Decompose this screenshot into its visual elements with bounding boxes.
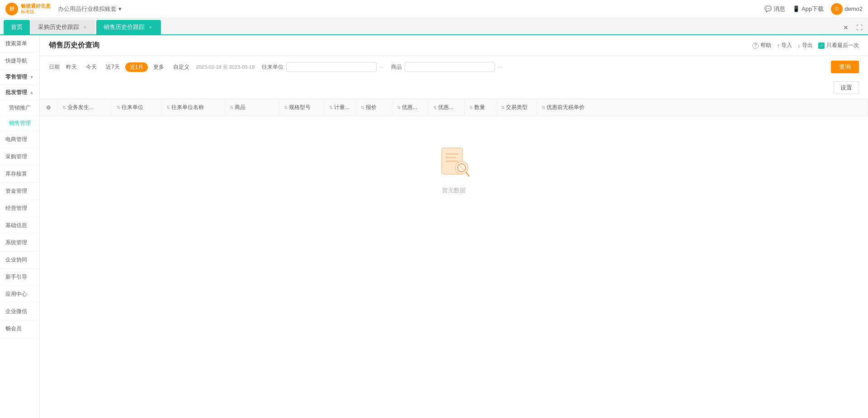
- th-discount1[interactable]: ⇅ 优惠...: [392, 100, 429, 115]
- date-options: 昨天 今天 近7天 近1月 更多 自定义: [62, 62, 193, 72]
- partner-filter-group: 往来单位 ···: [262, 62, 384, 72]
- only-last-checkbox[interactable]: ✓ 只看最后一次: [818, 42, 859, 49]
- tab-sales-history[interactable]: 销售历史价跟踪 ×: [96, 20, 161, 34]
- sidebar-item-wechat[interactable]: 企业微信: [0, 303, 39, 320]
- logo-area: 好 畅捷通好生意 标准版: [5, 3, 51, 15]
- export-btn[interactable]: ↓ 导出: [797, 42, 813, 49]
- date-option-more[interactable]: 更多: [150, 62, 168, 72]
- top-bar-right: 💬 消息 📱 App下载 D demo2: [764, 3, 863, 15]
- content-area: 销售历史价查询 ? 帮助 ↑ 导入 ↓ 导出 ✓ 只看最后一次: [40, 35, 868, 418]
- date-filter-group: 日期 昨天 今天 近7天 近1月 更多 自定义 2023-02-18 至 202…: [49, 62, 255, 72]
- th-unit[interactable]: ⇅ 计量...: [325, 100, 356, 115]
- date-option-yesterday[interactable]: 昨天: [62, 62, 80, 72]
- sidebar-item-wholesale-mgmt[interactable]: 批发管理 ▲: [0, 85, 39, 100]
- import-btn[interactable]: ↑ 导入: [777, 42, 792, 49]
- sidebar-item-basic-info[interactable]: 基础信息: [0, 217, 39, 234]
- sidebar-item-guide[interactable]: 新手引导: [0, 269, 39, 286]
- svg-line-6: [466, 172, 469, 176]
- page-title: 销售历史价查询: [49, 41, 99, 50]
- th-unit-name[interactable]: ⇅ 往来单位名称: [162, 100, 225, 115]
- date-range-text: 2023-02-18 至 2023-03-18: [196, 64, 255, 71]
- sidebar: 搜索菜单 快捷导航 零售管理 ▼ 批发管理 ▲ 营销推广 销售管理 电商管理 采…: [0, 35, 40, 418]
- empty-state: 暂无数据: [40, 116, 868, 222]
- sidebar-item-app-center[interactable]: 应用中心: [0, 286, 39, 303]
- sidebar-item-retail-mgmt[interactable]: 零售管理 ▼: [0, 70, 39, 85]
- sidebar-item-ecommerce[interactable]: 电商管理: [0, 131, 39, 148]
- tab-purchase-history[interactable]: 采购历史价跟踪 ×: [31, 20, 95, 34]
- sort-icon-trade: ⇅: [501, 105, 505, 110]
- top-bar-left: 好 畅捷通好生意 标准版 办公用品行业模拟账套 ▾: [5, 3, 125, 15]
- sort-icon-price: ⇅: [361, 105, 364, 110]
- sidebar-item-vip[interactable]: 畅会员: [0, 320, 39, 337]
- product-label: 商品: [391, 63, 402, 71]
- th-gear[interactable]: ⚙: [40, 101, 58, 114]
- date-option-today[interactable]: 今天: [82, 62, 100, 72]
- product-input[interactable]: [405, 62, 495, 72]
- tab-bar: 首页 采购历史价跟踪 × 销售历史价跟踪 × ✕ ⛶: [0, 18, 868, 35]
- sort-icon-qty: ⇅: [469, 105, 473, 110]
- th-spec[interactable]: ⇅ 规格型号: [279, 100, 325, 115]
- sort-icon-unit-name: ⇅: [166, 105, 170, 110]
- sidebar-item-operations[interactable]: 经营管理: [0, 200, 39, 217]
- th-notax-price[interactable]: ⇅ 优惠前无税单价: [537, 100, 868, 115]
- user-profile[interactable]: D demo2: [831, 3, 863, 15]
- sidebar-item-search-menu[interactable]: 搜索菜单: [0, 35, 39, 52]
- date-option-custom[interactable]: 自定义: [170, 62, 193, 72]
- dropdown-icon: ▾: [118, 5, 122, 12]
- product-dots[interactable]: ···: [498, 64, 502, 70]
- th-qty[interactable]: ⇅ 数量: [465, 100, 496, 115]
- svg-rect-2: [445, 157, 456, 158]
- message-btn[interactable]: 💬 消息: [764, 5, 785, 13]
- sort-icon-date: ⇅: [62, 105, 66, 110]
- filter-actions: 查询: [831, 61, 859, 73]
- sidebar-item-finance[interactable]: 资金管理: [0, 183, 39, 200]
- maximize-btn[interactable]: ⛶: [854, 23, 864, 33]
- table-container: ⚙ ⇅ 业务发生... ⇅ 往来单位 ⇅ 往来单位名称 ⇅ 商品: [40, 99, 868, 418]
- help-icon: ?: [752, 43, 759, 49]
- checkbox-checked-icon: ✓: [818, 43, 825, 49]
- th-price[interactable]: ⇅ 报价: [356, 100, 392, 115]
- app-selector[interactable]: 办公用品行业模拟账套 ▾: [54, 3, 125, 15]
- tab-bar-actions: ✕ ⛶: [841, 23, 864, 34]
- svg-rect-3: [445, 161, 458, 162]
- th-date[interactable]: ⇅ 业务发生...: [58, 100, 112, 115]
- filter-bar: 日期 昨天 今天 近7天 近1月 更多 自定义 2023-02-18 至 202…: [40, 56, 868, 99]
- import-icon: ↑: [777, 43, 779, 49]
- partner-input[interactable]: [286, 62, 377, 72]
- message-icon: 💬: [764, 5, 772, 12]
- date-label: 日期: [49, 63, 60, 71]
- date-option-last7[interactable]: 近7天: [102, 62, 123, 72]
- logo-text: 畅捷通好生意 标准版: [21, 3, 51, 14]
- empty-icon: [434, 143, 474, 181]
- sidebar-item-inventory[interactable]: 库存核算: [0, 166, 39, 183]
- date-option-last1month[interactable]: 近1月: [125, 62, 148, 72]
- top-bar: 好 畅捷通好生意 标准版 办公用品行业模拟账套 ▾ 💬 消息 📱 App下载 D…: [0, 0, 868, 18]
- wholesale-arrow: ▲: [29, 90, 34, 95]
- partner-dots[interactable]: ···: [379, 64, 384, 70]
- th-product[interactable]: ⇅ 商品: [225, 100, 279, 115]
- sidebar-item-marketing[interactable]: 营销推广: [0, 100, 39, 116]
- sort-icon-discount2: ⇅: [433, 105, 437, 110]
- close-sales-tab[interactable]: ×: [147, 24, 154, 30]
- logo-icon: 好: [5, 3, 18, 15]
- settings-button[interactable]: 设置: [834, 81, 859, 94]
- app-download-btn[interactable]: 📱 App下载: [793, 5, 824, 13]
- close-window-btn[interactable]: ✕: [841, 23, 851, 33]
- app-name: 办公用品行业模拟账套: [58, 5, 117, 13]
- th-unit-code[interactable]: ⇅ 往来单位: [112, 100, 162, 115]
- help-btn[interactable]: ? 帮助: [752, 42, 771, 49]
- query-button[interactable]: 查询: [831, 61, 859, 73]
- sidebar-item-system[interactable]: 系统管理: [0, 234, 39, 252]
- product-filter-group: 商品 ···: [391, 62, 502, 72]
- close-purchase-tab[interactable]: ×: [82, 24, 88, 30]
- sidebar-item-enterprise[interactable]: 企业协同: [0, 252, 39, 269]
- sidebar-item-sales-mgmt[interactable]: 销售管理: [0, 116, 39, 131]
- sidebar-item-quick-nav[interactable]: 快捷导航: [0, 52, 39, 70]
- main-layout: 搜索菜单 快捷导航 零售管理 ▼ 批发管理 ▲ 营销推广 销售管理 电商管理 采…: [0, 35, 868, 418]
- sidebar-item-purchase[interactable]: 采购管理: [0, 148, 39, 166]
- page-header: 销售历史价查询 ? 帮助 ↑ 导入 ↓ 导出 ✓ 只看最后一次: [40, 35, 868, 56]
- th-trade[interactable]: ⇅ 交易类型: [496, 100, 537, 115]
- tab-home[interactable]: 首页: [4, 20, 30, 34]
- app-download-icon: 📱: [793, 5, 800, 12]
- th-discount2[interactable]: ⇅ 优惠...: [429, 100, 465, 115]
